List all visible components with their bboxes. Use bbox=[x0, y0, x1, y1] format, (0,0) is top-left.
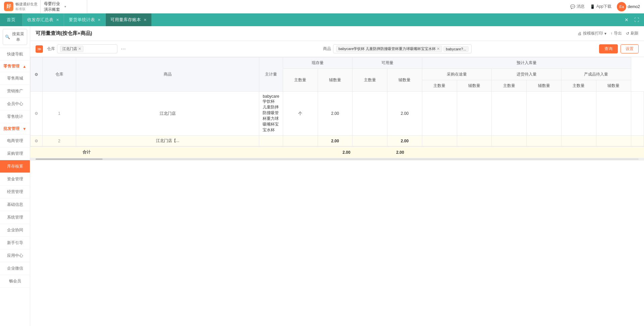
settings-button[interactable]: 设置 bbox=[621, 44, 639, 53]
search-menu-button[interactable]: 🔍 搜索菜单 bbox=[3, 29, 27, 45]
prod-main-qty-header: 主数量 bbox=[561, 80, 596, 92]
sidebar-item-app-center[interactable]: 应用中心 bbox=[0, 249, 30, 262]
row-2-avail-sub bbox=[422, 136, 457, 146]
stock-sub-qty-header: 辅数量 bbox=[318, 69, 353, 92]
tab-available-stock[interactable]: 可用量库存账本 ✕ bbox=[106, 13, 152, 26]
account-dropdown[interactable]: 母婴行业演示账套 ▾ bbox=[40, 0, 87, 14]
settings-column-header: ⚙ bbox=[31, 57, 43, 92]
table-row: ⚙ 1 江北门店 babycare学饮杯 儿童防摔防撞吸管杯重力球吸嘴杯宝宝水杯… bbox=[31, 92, 644, 136]
nav-right-buttons: ✕ ⛶ bbox=[622, 15, 644, 25]
warehouse-tag: 江北门店 ✕ bbox=[60, 46, 84, 52]
filter-expand-button[interactable]: ≫ bbox=[36, 45, 43, 53]
warehouse-input[interactable]: 江北门店 ✕ bbox=[57, 44, 117, 53]
sidebar-item-finance[interactable]: 资金管理 bbox=[0, 173, 30, 186]
sidebar-item-vip[interactable]: 畅会员 bbox=[0, 275, 30, 288]
home-tab-label: 首页 bbox=[7, 17, 15, 23]
warehouse-more-button[interactable]: ··· bbox=[119, 45, 127, 52]
row-2-product bbox=[259, 136, 283, 146]
nav-tabs: 首页 收发存汇总表 ✕ 要货单统计表 ✕ 可用量库存账本 ✕ ✕ ⛶ bbox=[0, 13, 644, 26]
sidebar-item-system[interactable]: 系统管理 bbox=[0, 211, 30, 224]
current-stock-column-header: 现存量 bbox=[283, 57, 353, 69]
row-1-product: babycare学饮杯 儿童防摔防撞吸管杯重力球吸嘴杯宝宝水杯 bbox=[259, 92, 283, 136]
row-1-warehouse: 江北门店 bbox=[76, 92, 259, 136]
settings-icon[interactable]: ⚙ bbox=[35, 72, 38, 77]
inc-sub-qty-header: 辅数量 bbox=[527, 80, 561, 92]
sidebar-item-wholesale[interactable]: 批发管理 ▼ bbox=[0, 123, 30, 135]
footer-stock-total: 2.00 bbox=[333, 150, 360, 155]
arrow-icon: ▲ bbox=[22, 64, 26, 69]
row-1-stock-sub bbox=[353, 92, 387, 136]
pur-main-qty-header: 主数量 bbox=[422, 80, 457, 92]
order-stat-tab-label: 要货单统计表 bbox=[69, 17, 95, 23]
sidebar-item-zero-mall[interactable]: 零售商城 bbox=[0, 72, 30, 85]
row-2-settings[interactable]: ⚙ bbox=[31, 136, 43, 146]
row-1-incoming-main bbox=[527, 92, 561, 136]
sidebar-item-enterprise[interactable]: 企业协同 bbox=[0, 224, 30, 237]
app-download-button[interactable]: 📱 App下载 bbox=[590, 4, 611, 9]
page-header: 可用量查询(按仓库+商品) 🖨 按模板打印 ▾ ↑ 导出 ↺ 刷新 bbox=[30, 26, 644, 41]
sidebar-item-newbie[interactable]: 新手引导 bbox=[0, 237, 30, 249]
product-tag-2: babycare?... bbox=[443, 46, 469, 52]
table-row: ⚙ 2 江北门店【... 2.00 2.00 bbox=[31, 136, 644, 146]
sidebar-item-quick-nav[interactable]: 快捷导航 bbox=[0, 48, 30, 61]
row-1-avail-main: 2.00 bbox=[387, 92, 422, 136]
row-2-incoming-main bbox=[527, 136, 561, 146]
tab-order-stat[interactable]: 要货单统计表 ✕ bbox=[64, 13, 106, 26]
sidebar-search-area: 🔍 搜索菜单 bbox=[0, 26, 30, 48]
remove-product-tag-1[interactable]: ✕ bbox=[437, 47, 440, 51]
avatar: Ea bbox=[617, 2, 626, 11]
product-column-header: 商品 bbox=[76, 57, 259, 92]
download-icon: 📱 bbox=[590, 4, 595, 9]
row-1-product-main bbox=[596, 92, 631, 136]
query-button[interactable]: 查询 bbox=[599, 44, 618, 53]
expected-in-column-header: 预计入库量 bbox=[422, 57, 631, 69]
sidebar-item-wechat[interactable]: 企业微信 bbox=[0, 262, 30, 275]
close-all-tabs-button[interactable]: ✕ bbox=[622, 15, 631, 25]
sidebar-item-zero-stat[interactable]: 零售统计 bbox=[0, 110, 30, 123]
row-2-incoming-sub bbox=[561, 136, 596, 146]
horizontal-scrollbar[interactable] bbox=[30, 158, 644, 160]
tab-home[interactable]: 首页 bbox=[0, 13, 22, 26]
row-2-warehouse: 江北门店【... bbox=[76, 136, 259, 146]
export-button[interactable]: ↑ 导出 bbox=[610, 31, 622, 36]
close-order-stat-tab[interactable]: ✕ bbox=[98, 18, 101, 22]
sidebar-item-operations[interactable]: 经营管理 bbox=[0, 186, 30, 198]
purchase-transit-header: 采购在途量 bbox=[422, 69, 492, 80]
filter-area: ≫ 仓库 江北门店 ✕ ··· 商品 babycare学饮杯 儿童防摔防撞吸管杯… bbox=[30, 41, 644, 57]
export-icon: ↑ bbox=[610, 31, 612, 36]
tab-receive-pay[interactable]: 收发存汇总表 ✕ bbox=[22, 13, 64, 26]
row-1-num: 1 bbox=[43, 92, 76, 136]
row-2-avail-main: 2.00 bbox=[387, 136, 422, 146]
sidebar-item-member[interactable]: 会员中心 bbox=[0, 98, 30, 110]
row-1-settings[interactable]: ⚙ bbox=[31, 92, 43, 136]
sidebar-item-basic[interactable]: 基础信息 bbox=[0, 198, 30, 211]
message-button[interactable]: 💬 消息 bbox=[570, 4, 585, 9]
content-area: 可用量查询(按仓库+商品) 🖨 按模板打印 ▾ ↑ 导出 ↺ 刷新 ≫ bbox=[30, 26, 644, 326]
sidebar-item-stock[interactable]: 库存核算 bbox=[0, 160, 30, 173]
row-1-avail-sub bbox=[422, 92, 457, 136]
page-actions: 🖨 按模板打印 ▾ ↑ 导出 ↺ 刷新 bbox=[578, 31, 639, 36]
product-pending-header: 产成品待入量 bbox=[561, 69, 631, 80]
user-menu[interactable]: Ea demo2 bbox=[617, 2, 640, 11]
sidebar-item-zero-sales[interactable]: 零售管理 ▲ bbox=[0, 61, 30, 72]
top-bar-right: 💬 消息 📱 App下载 Ea demo2 bbox=[570, 2, 640, 11]
sidebar-item-marketing[interactable]: 营销推广 bbox=[0, 85, 30, 98]
refresh-button[interactable]: ↺ 刷新 bbox=[626, 31, 639, 36]
close-available-stock-tab[interactable]: ✕ bbox=[144, 18, 147, 22]
scroll-thumb bbox=[36, 158, 103, 160]
top-bar: 好 畅捷通好生意 标准版 母婴行业演示账套 ▾ 💬 消息 📱 App下载 Ea … bbox=[0, 0, 644, 13]
refresh-icon: ↺ bbox=[626, 31, 629, 36]
print-button[interactable]: 🖨 按模板打印 ▾ bbox=[578, 31, 606, 36]
product-input[interactable]: babycare学饮杯 儿童防摔防撞吸管杯重力球吸嘴杯宝宝水杯 ✕ babyca… bbox=[333, 44, 472, 53]
sidebar-item-ecommerce[interactable]: 电商管理 bbox=[0, 135, 30, 147]
expand-tabs-button[interactable]: ⛶ bbox=[632, 15, 641, 25]
footer-avail-total: 2.00 bbox=[387, 150, 414, 155]
close-receive-pay-tab[interactable]: ✕ bbox=[56, 18, 59, 22]
incoming-header: 进货待入量 bbox=[492, 69, 561, 80]
row-1-pur-transit-main bbox=[457, 92, 492, 136]
print-chevron-icon: ▾ bbox=[604, 31, 606, 36]
logo-text: 畅捷通好生意 标准版 bbox=[15, 2, 38, 11]
sidebar-item-purchase[interactable]: 采购管理 bbox=[0, 147, 30, 160]
row-1-stock-main: 2.00 bbox=[318, 92, 353, 136]
remove-warehouse-tag[interactable]: ✕ bbox=[78, 47, 81, 51]
